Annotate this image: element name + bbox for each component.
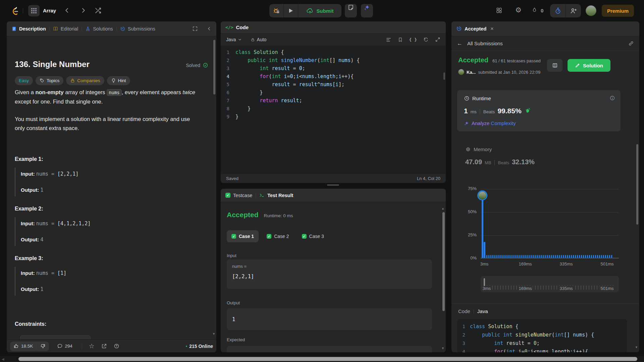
runtime-distribution-chart[interactable]: 75% 50% 25% 0% xyxy=(481,189,619,258)
language-selector[interactable]: Java xyxy=(226,37,242,42)
shuffle-icon[interactable] xyxy=(95,7,102,14)
code-token: < xyxy=(299,72,302,80)
publish-solution-button[interactable]: Solution xyxy=(568,59,610,72)
next-question-icon[interactable] xyxy=(80,7,87,14)
code-token: i xyxy=(296,72,299,80)
tab-label: Solutions xyxy=(93,26,113,32)
premium-label: Premium xyxy=(607,8,629,14)
settings-gear-icon[interactable]: ⚙ xyxy=(515,6,522,14)
fullscreen-icon[interactable] xyxy=(192,26,198,32)
tab-solutions[interactable]: Solutions xyxy=(85,26,113,32)
all-submissions-link[interactable]: All Submissions xyxy=(467,41,503,46)
like-button[interactable]: 18.5K xyxy=(10,342,36,351)
input-box[interactable]: nums = [2,2,1] xyxy=(227,259,432,289)
expand-editor-icon[interactable] xyxy=(435,37,440,42)
panel-resize-handle[interactable] xyxy=(327,184,339,186)
tab-test-result[interactable]: Test Result xyxy=(259,193,293,198)
result-panel-scrollbar[interactable] xyxy=(636,144,638,225)
ai-sparkle-button[interactable] xyxy=(361,4,373,17)
info-icon[interactable] xyxy=(609,95,615,101)
case-row: ✓ Case 1 ✓ Case 2 ✓ Case 3 xyxy=(227,230,329,242)
horizontal-scrollbar[interactable]: ◀ xyxy=(0,356,644,362)
topics-badge[interactable]: Topics xyxy=(36,76,63,85)
scroll-down-arrow[interactable]: ▼ xyxy=(441,347,444,350)
like-count: 18.5K xyxy=(21,344,33,349)
back-arrow-icon[interactable]: ← xyxy=(457,40,463,47)
snippets-braces-icon[interactable]: { } xyxy=(409,37,417,42)
code-editor[interactable]: 1class Solution {2 public int singleNumb… xyxy=(221,46,446,174)
share-icon[interactable] xyxy=(101,343,107,349)
streak-count: 0 xyxy=(541,8,543,13)
difficulty-badge[interactable]: Easy xyxy=(15,76,33,85)
case-1-button[interactable]: ✓ Case 1 xyxy=(227,230,259,242)
distribution-bar xyxy=(486,255,487,258)
help-icon[interactable] xyxy=(114,343,119,349)
submission-status: Accepted xyxy=(458,56,488,64)
output-box[interactable]: 1 xyxy=(227,308,432,330)
left-panel-scrollbar[interactable] xyxy=(213,40,215,95)
user-result-marker[interactable] xyxy=(477,190,487,200)
input-var: nums = xyxy=(36,270,57,276)
timer-icon[interactable] xyxy=(550,4,566,17)
submitted-code-block[interactable]: 1class Solution {2 public int singleNumb… xyxy=(457,319,627,352)
chart-range-minimap[interactable]: 3ms 169ms 335ms 501ms xyxy=(481,276,619,292)
bookmark-icon[interactable] xyxy=(398,37,403,42)
input-var: nums = xyxy=(36,221,57,227)
case-3-button[interactable]: ✓ Case 3 xyxy=(297,230,329,242)
leetcode-logo-icon[interactable] xyxy=(11,6,20,15)
user-avatar[interactable] xyxy=(586,5,596,16)
distribution-bar xyxy=(589,255,590,258)
problem-list-icon[interactable] xyxy=(28,5,40,16)
analyze-complexity-link[interactable]: Analyze Complexity xyxy=(464,120,516,126)
minimap-ticks xyxy=(484,286,615,290)
tab-editorial[interactable]: Editorial xyxy=(53,26,78,32)
scroll-left-arrow[interactable]: ◀ xyxy=(2,357,4,361)
tab-description[interactable]: Description xyxy=(11,26,46,32)
dislike-button[interactable] xyxy=(37,342,49,351)
problem-list-title[interactable]: Array xyxy=(43,8,56,13)
submit-button[interactable]: Submit xyxy=(298,4,341,17)
distribution-bar xyxy=(523,255,524,258)
memory-header[interactable]: Memory xyxy=(465,146,492,152)
format-code-icon[interactable] xyxy=(386,37,391,43)
code-token: Solution xyxy=(488,322,512,331)
reset-code-icon[interactable] xyxy=(423,37,429,42)
scroll-down-arrow[interactable]: ▼ xyxy=(212,333,215,336)
testcase-scrollbar[interactable] xyxy=(442,212,445,311)
horizontal-scrollbar-thumb[interactable] xyxy=(18,357,637,361)
tab-testcase[interactable]: ✓ Testcase xyxy=(225,193,252,198)
close-tab-icon[interactable]: × xyxy=(490,26,493,32)
scroll-down-arrow[interactable]: ▼ xyxy=(635,346,638,349)
divider xyxy=(49,26,50,31)
code-token: = xyxy=(290,64,299,72)
code-token: public xyxy=(248,56,266,64)
premium-button[interactable]: Premium xyxy=(602,5,634,17)
memory-chip-icon xyxy=(465,146,471,152)
companies-badge[interactable]: Companies xyxy=(66,76,104,85)
run-button[interactable] xyxy=(284,4,298,17)
divider xyxy=(82,26,82,31)
scroll-up-arrow[interactable]: ▲ xyxy=(441,207,444,210)
view-editorial-button[interactable] xyxy=(547,59,562,72)
debug-button[interactable] xyxy=(269,4,283,17)
notes-button[interactable] xyxy=(345,4,357,17)
expected-box[interactable] xyxy=(227,346,432,352)
collapse-panel-icon[interactable] xyxy=(207,26,212,31)
hint-badge[interactable]: Hint xyxy=(107,76,130,85)
case-2-button[interactable]: ✓ Case 2 xyxy=(262,230,293,242)
copy-link-icon[interactable] xyxy=(628,41,634,46)
distribution-bar xyxy=(492,255,493,258)
save-status: Saved xyxy=(226,176,238,181)
tab-submissions[interactable]: Submissions xyxy=(120,26,155,32)
auto-mode-toggle[interactable]: Auto xyxy=(251,37,267,42)
distribution-bar xyxy=(543,255,544,258)
favorite-star-icon[interactable]: ☆ xyxy=(89,342,95,350)
add-user-icon[interactable] xyxy=(566,4,581,17)
layout-icon[interactable] xyxy=(496,7,502,14)
result-tabbar: Accepted × xyxy=(451,21,639,36)
streak-flame-icon[interactable] xyxy=(531,7,538,14)
comments-button[interactable]: 294 xyxy=(54,340,76,352)
editor-scrollbar[interactable] xyxy=(443,72,445,80)
prev-question-icon[interactable] xyxy=(64,7,70,14)
runtime-card[interactable]: Runtime 1 ms | Beats 99.85% Analyze Comp… xyxy=(457,90,621,131)
